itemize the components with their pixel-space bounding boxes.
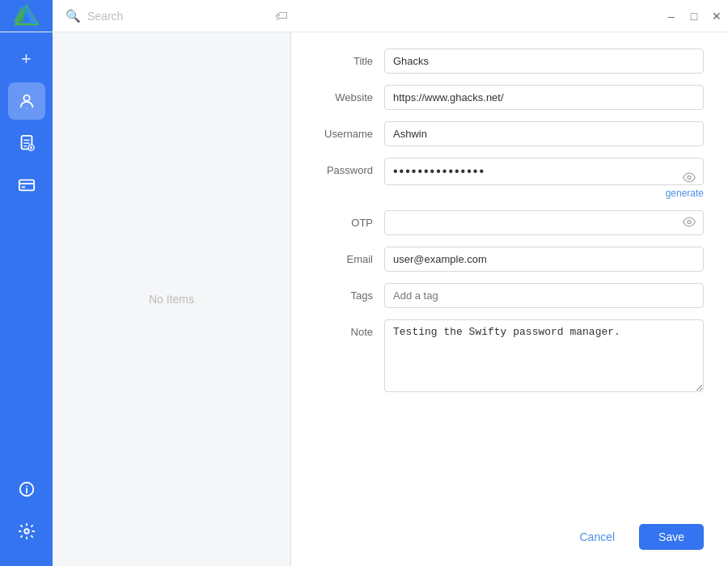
svg-point-5 [26, 108, 28, 109]
title-input-wrap [384, 49, 704, 74]
tags-input-wrap [384, 283, 704, 308]
note-input-wrap: Testing the Swifty password manager. [384, 319, 704, 395]
website-input[interactable] [384, 85, 704, 110]
otp-input[interactable] [384, 210, 704, 235]
app-logo [14, 3, 40, 29]
svg-rect-15 [21, 186, 25, 188]
username-row: Username [315, 121, 704, 146]
sidebar-item-settings[interactable] [8, 513, 45, 550]
password-input-wrap: generate [384, 158, 704, 199]
svg-point-4 [23, 95, 29, 101]
email-row: Email [315, 247, 704, 272]
gear-icon [18, 522, 36, 540]
svg-point-20 [688, 175, 691, 179]
document-icon [18, 134, 36, 152]
svg-point-19 [24, 529, 29, 534]
close-button[interactable]: ✕ [705, 5, 728, 27]
info-icon [18, 480, 36, 498]
email-input[interactable] [384, 247, 704, 272]
sidebar-bottom [8, 471, 45, 558]
tag-icon[interactable]: 🏷 [275, 9, 288, 23]
username-input[interactable] [384, 121, 704, 146]
tags-row: Tags [315, 283, 704, 308]
save-button[interactable]: Save [639, 524, 704, 550]
title-row: Title [315, 49, 704, 74]
svg-point-21 [688, 220, 691, 223]
sidebar-item-add[interactable]: + [8, 40, 45, 78]
sidebar-item-card[interactable] [8, 167, 45, 204]
note-textarea[interactable]: Testing the Swifty password manager. [384, 319, 704, 392]
password-eye-icon[interactable] [683, 171, 696, 186]
right-panel: Title Website Username [291, 32, 728, 566]
person-icon [18, 92, 36, 110]
search-area: 🔍 Search 🏷 [53, 9, 660, 23]
website-row: Website [315, 85, 704, 110]
password-input[interactable] [384, 158, 704, 185]
maximize-button[interactable]: □ [683, 5, 705, 27]
password-label: Password [315, 158, 384, 176]
otp-eye-icon[interactable] [683, 215, 696, 230]
sidebar-item-person[interactable] [8, 82, 45, 120]
sidebar-item-document[interactable] [8, 125, 45, 162]
sidebar: + [0, 32, 53, 566]
window-chrome: 🔍 Search 🏷 – □ ✕ [0, 0, 728, 32]
main-layout: + [0, 32, 728, 566]
website-label: Website [315, 85, 384, 103]
generate-link[interactable]: generate [384, 188, 704, 199]
tags-input[interactable] [384, 283, 704, 308]
minimize-button[interactable]: – [660, 5, 683, 27]
entry-form: Title Website Username [315, 49, 704, 516]
username-label: Username [315, 121, 384, 140]
card-icon [18, 176, 36, 194]
username-input-wrap [384, 121, 704, 146]
sidebar-item-info[interactable] [8, 471, 45, 508]
note-row: Note Testing the Swifty password manager… [315, 319, 704, 395]
no-items-label: No Items [149, 293, 194, 306]
search-placeholder-text: Search [87, 10, 123, 23]
search-icon: 🔍 [66, 9, 81, 23]
middle-panel: No Items [53, 32, 291, 566]
title-input[interactable] [384, 49, 704, 74]
tags-label: Tags [315, 283, 384, 302]
otp-input-wrap [384, 210, 704, 235]
sidebar-logo-area [0, 0, 53, 32]
title-label: Title [315, 49, 384, 67]
note-label: Note [315, 319, 384, 338]
cancel-button[interactable]: Cancel [563, 524, 631, 550]
otp-row: OTP [315, 210, 704, 235]
sidebar-nav: + [8, 40, 45, 471]
email-input-wrap [384, 247, 704, 272]
website-input-wrap [384, 85, 704, 110]
svg-point-18 [26, 485, 28, 487]
window-controls: – □ ✕ [660, 5, 728, 27]
email-label: Email [315, 247, 384, 265]
form-actions: Cancel Save [315, 516, 704, 550]
svg-rect-13 [19, 180, 33, 191]
otp-label: OTP [315, 210, 384, 229]
password-row: Password generate [315, 158, 704, 199]
